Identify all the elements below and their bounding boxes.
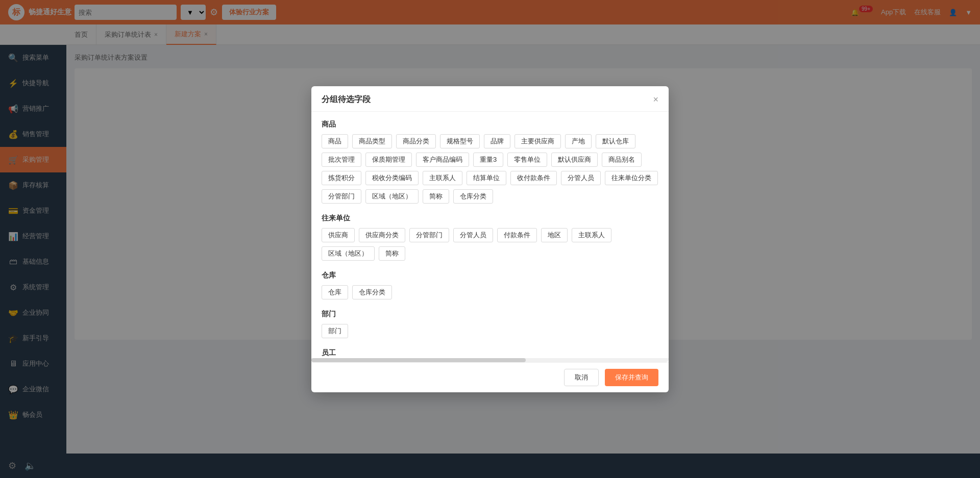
section-department: 部门部门 bbox=[322, 310, 658, 338]
modal-footer: 取消 保存并查询 bbox=[311, 362, 669, 392]
field-tag-主要供应商[interactable]: 主要供应商 bbox=[514, 134, 561, 148]
section-partner-tags: 供应商供应商分类分管部门分管人员付款条件地区主联系人区域（地区）简称 bbox=[322, 228, 658, 261]
field-tag-拣货积分[interactable]: 拣货积分 bbox=[322, 171, 361, 185]
modal-body[interactable]: 商品商品商品类型商品分类规格型号品牌主要供应商产地默认仓库批次管理保质期管理客户… bbox=[311, 112, 669, 358]
scrollbar-thumb bbox=[311, 358, 526, 362]
section-department-tags: 部门 bbox=[322, 324, 658, 338]
field-tag-区域（地区）[interactable]: 区域（地区） bbox=[322, 246, 375, 261]
section-goods-title: 商品 bbox=[322, 120, 658, 129]
modal-header: 分组待选字段 × bbox=[311, 86, 669, 112]
modal-title: 分组待选字段 bbox=[322, 94, 371, 105]
section-goods-tags: 商品商品类型商品分类规格型号品牌主要供应商产地默认仓库批次管理保质期管理客户商品… bbox=[322, 134, 658, 204]
field-tag-默认供应商[interactable]: 默认供应商 bbox=[551, 153, 598, 167]
save-query-button[interactable]: 保存并查询 bbox=[605, 369, 658, 386]
section-goods: 商品商品商品类型商品分类规格型号品牌主要供应商产地默认仓库批次管理保质期管理客户… bbox=[322, 120, 658, 204]
field-tag-客户商品编码[interactable]: 客户商品编码 bbox=[416, 153, 469, 167]
field-tag-分管人员[interactable]: 分管人员 bbox=[453, 228, 493, 242]
field-tag-品牌[interactable]: 品牌 bbox=[484, 134, 510, 148]
field-tag-主联系人[interactable]: 主联系人 bbox=[572, 228, 611, 242]
section-warehouse-title: 仓库 bbox=[322, 271, 658, 280]
field-tag-仓库[interactable]: 仓库 bbox=[322, 285, 348, 299]
modal-horizontal-scrollbar[interactable] bbox=[311, 358, 669, 362]
field-tag-商品[interactable]: 商品 bbox=[322, 134, 348, 148]
section-partner: 往来单位供应商供应商分类分管部门分管人员付款条件地区主联系人区域（地区）简称 bbox=[322, 214, 658, 261]
field-tag-保质期管理[interactable]: 保质期管理 bbox=[365, 153, 412, 167]
field-tag-简称[interactable]: 简称 bbox=[379, 246, 405, 261]
field-tag-分管人员[interactable]: 分管人员 bbox=[561, 171, 601, 185]
modal-close-button[interactable]: × bbox=[653, 95, 658, 104]
field-tag-仓库分类[interactable]: 仓库分类 bbox=[453, 189, 493, 204]
field-tag-结算单位[interactable]: 结算单位 bbox=[467, 171, 506, 185]
field-tag-商品别名[interactable]: 商品别名 bbox=[602, 153, 642, 167]
modal-overlay: 分组待选字段 × 商品商品商品类型商品分类规格型号品牌主要供应商产地默认仓库批次… bbox=[0, 0, 980, 454]
section-partner-title: 往来单位 bbox=[322, 214, 658, 223]
section-warehouse-tags: 仓库仓库分类 bbox=[322, 285, 658, 299]
field-tag-供应商[interactable]: 供应商 bbox=[322, 228, 355, 242]
field-tag-地区[interactable]: 地区 bbox=[541, 228, 568, 242]
field-tag-商品分类[interactable]: 商品分类 bbox=[396, 134, 436, 148]
field-tag-收付款条件[interactable]: 收付款条件 bbox=[510, 171, 557, 185]
cancel-button[interactable]: 取消 bbox=[564, 369, 599, 386]
field-select-modal: 分组待选字段 × 商品商品商品类型商品分类规格型号品牌主要供应商产地默认仓库批次… bbox=[311, 86, 669, 392]
section-warehouse: 仓库仓库仓库分类 bbox=[322, 271, 658, 299]
field-tag-主联系人[interactable]: 主联系人 bbox=[423, 171, 462, 185]
field-tag-重量3[interactable]: 重量3 bbox=[473, 153, 503, 167]
field-tag-付款条件[interactable]: 付款条件 bbox=[497, 228, 537, 242]
field-tag-往来单位分类[interactable]: 往来单位分类 bbox=[605, 171, 658, 185]
field-tag-供应商分类[interactable]: 供应商分类 bbox=[359, 228, 405, 242]
field-tag-仓库分类[interactable]: 仓库分类 bbox=[352, 285, 392, 299]
field-tag-零售单位[interactable]: 零售单位 bbox=[507, 153, 547, 167]
section-employee: 员工业务员 bbox=[322, 348, 658, 358]
field-tag-分管部门[interactable]: 分管部门 bbox=[409, 228, 449, 242]
field-tag-部门[interactable]: 部门 bbox=[322, 324, 348, 338]
field-tag-商品类型[interactable]: 商品类型 bbox=[352, 134, 392, 148]
section-employee-title: 员工 bbox=[322, 348, 658, 358]
field-tag-规格型号[interactable]: 规格型号 bbox=[440, 134, 480, 148]
field-tag-区域（地区）[interactable]: 区域（地区） bbox=[365, 189, 419, 204]
field-tag-简称[interactable]: 简称 bbox=[423, 189, 449, 204]
section-department-title: 部门 bbox=[322, 310, 658, 319]
field-tag-默认仓库[interactable]: 默认仓库 bbox=[596, 134, 635, 148]
field-tag-批次管理[interactable]: 批次管理 bbox=[322, 153, 361, 167]
field-tag-分管部门[interactable]: 分管部门 bbox=[322, 189, 361, 204]
field-tag-税收分类编码[interactable]: 税收分类编码 bbox=[365, 171, 419, 185]
field-tag-产地[interactable]: 产地 bbox=[565, 134, 592, 148]
